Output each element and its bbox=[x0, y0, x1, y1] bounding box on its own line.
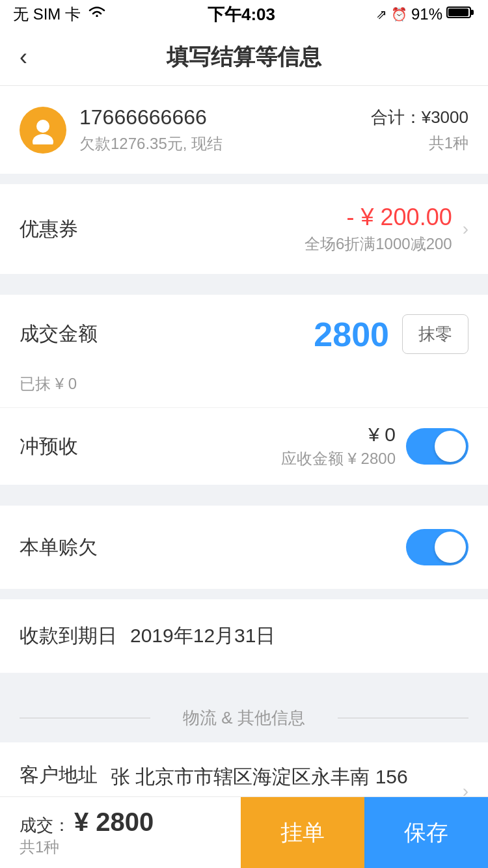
customer-right: 合计：¥3000 共1种 bbox=[371, 106, 468, 154]
bottom-left: 成交： ¥ 2800 共1种 bbox=[0, 807, 241, 858]
address-label: 客户地址 bbox=[20, 762, 98, 789]
debt-row: 本单赊欠 bbox=[0, 506, 488, 589]
customer-phone: 17666666666 bbox=[79, 105, 223, 129]
alarm-icon: ⏰ bbox=[391, 7, 407, 22]
due-date-value: 2019年12月31日 bbox=[130, 623, 275, 649]
deal-amount-label: 成交金额 bbox=[20, 321, 98, 347]
coupon-right: - ¥ 200.00 全场6折满1000减200 › bbox=[305, 204, 468, 254]
toggle-knob bbox=[435, 431, 466, 462]
coupon-desc: 全场6折满1000减200 bbox=[305, 234, 452, 254]
svg-point-4 bbox=[33, 134, 53, 144]
back-button[interactable]: ‹ bbox=[20, 44, 27, 71]
debt-toggle[interactable] bbox=[406, 529, 468, 565]
prepay-amount-block: ¥ 0 应收金额 ¥ 2800 bbox=[281, 424, 396, 469]
svg-rect-2 bbox=[448, 8, 468, 16]
save-button[interactable]: 保存 bbox=[364, 797, 488, 869]
customer-sub: 欠款1276.35元, 现结 bbox=[79, 133, 223, 154]
page-title: 填写结算等信息 bbox=[167, 42, 321, 72]
deal-amount-value: 2800 bbox=[314, 315, 389, 354]
bottom-deal-count: 共1种 bbox=[20, 837, 221, 858]
divider-line-left bbox=[20, 718, 150, 718]
prepay-amount: ¥ 0 bbox=[281, 424, 396, 446]
due-date-label: 收款到期日 bbox=[20, 623, 117, 649]
status-time: 下午4:03 bbox=[208, 3, 275, 26]
content: 17666666666 欠款1276.35元, 现结 合计：¥3000 共1种 … bbox=[0, 86, 488, 868]
debt-toggle-knob bbox=[435, 532, 466, 563]
coupon-label: 优惠券 bbox=[20, 216, 78, 243]
avatar bbox=[20, 107, 66, 154]
battery-icon bbox=[446, 5, 475, 23]
customer-card: 17666666666 欠款1276.35元, 现结 合计：¥3000 共1种 bbox=[0, 86, 488, 174]
bottom-deal-amount: ¥ 2800 bbox=[74, 807, 154, 837]
logistics-divider: 物流 & 其他信息 bbox=[0, 694, 488, 742]
prepay-row: 冲预收 ¥ 0 应收金额 ¥ 2800 bbox=[0, 407, 488, 485]
bottom-bar: 成交： ¥ 2800 共1种 挂单 保存 bbox=[0, 796, 488, 868]
status-bar: 无 SIM 卡 下午4:03 ⇗ ⏰ 91% bbox=[0, 0, 488, 29]
pending-button[interactable]: 挂单 bbox=[241, 797, 364, 869]
total-count: 共1种 bbox=[371, 133, 468, 154]
deal-amount-right: 2800 抹零 bbox=[314, 314, 468, 354]
total-label: 合计：¥3000 bbox=[371, 106, 468, 129]
debt-label: 本单赊欠 bbox=[20, 534, 98, 561]
logistics-label: 物流 & 其他信息 bbox=[183, 707, 305, 729]
divider-line-right bbox=[338, 718, 468, 718]
prepay-label: 冲预收 bbox=[20, 433, 78, 460]
status-right: ⇗ ⏰ 91% bbox=[376, 5, 475, 23]
wifi-icon bbox=[87, 5, 107, 23]
svg-rect-1 bbox=[470, 10, 474, 15]
svg-point-3 bbox=[36, 120, 49, 133]
customer-info: 17666666666 欠款1276.35元, 现结 bbox=[79, 105, 223, 154]
bottom-deal-label-prefix: 成交： bbox=[20, 814, 70, 837]
nav-bar: ‹ 填写结算等信息 bbox=[0, 29, 488, 86]
battery-label: 91% bbox=[411, 5, 442, 23]
round-zero-button[interactable]: 抹零 bbox=[402, 314, 468, 354]
coupon-section: 优惠券 - ¥ 200.00 全场6折满1000减200 › bbox=[0, 184, 488, 274]
prepay-toggle[interactable] bbox=[406, 428, 468, 465]
prepay-sub: 应收金额 ¥ 2800 bbox=[281, 448, 396, 469]
deal-amount-sub: 已抹 ¥ 0 bbox=[0, 373, 488, 407]
coupon-amount: - ¥ 200.00 bbox=[305, 204, 452, 231]
deal-amount-row: 成交金额 2800 抹零 bbox=[0, 295, 488, 373]
coupon-row[interactable]: 优惠券 - ¥ 200.00 全场6折满1000减200 › bbox=[0, 184, 488, 274]
location-icon: ⇗ bbox=[376, 7, 387, 22]
deal-section: 成交金额 2800 抹零 已抹 ¥ 0 冲预收 ¥ 0 应收金额 ¥ 2800 bbox=[0, 295, 488, 485]
no-sim-label: 无 SIM 卡 bbox=[13, 4, 81, 25]
customer-left: 17666666666 欠款1276.35元, 现结 bbox=[20, 105, 223, 154]
status-left: 无 SIM 卡 bbox=[13, 4, 107, 25]
prepay-right: ¥ 0 应收金额 ¥ 2800 bbox=[281, 424, 468, 469]
chevron-right-icon: › bbox=[463, 219, 468, 239]
bottom-deal-row: 成交： ¥ 2800 bbox=[20, 807, 221, 837]
due-date-row: 收款到期日 2019年12月31日 bbox=[0, 599, 488, 673]
